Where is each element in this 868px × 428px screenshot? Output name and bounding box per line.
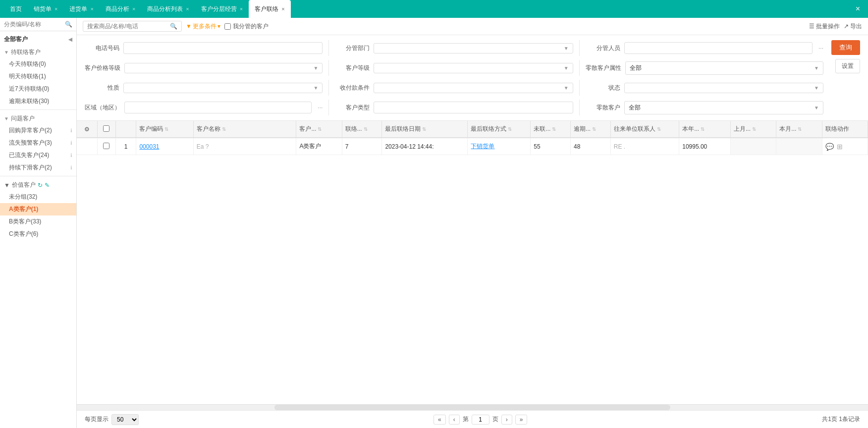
nav-customer-contact[interactable]: 客户联络 × xyxy=(249,0,290,18)
sort-no-contact-icon[interactable]: ⇅ xyxy=(552,126,556,132)
horizontal-scrollbar[interactable] xyxy=(77,404,868,410)
payment-select[interactable]: ▼ xyxy=(374,83,573,93)
sort-method-icon[interactable]: ⇅ xyxy=(508,126,512,132)
sort-last-month-icon[interactable]: ⇅ xyxy=(752,126,756,132)
sidebar-item-lost[interactable]: 已流失客户(24) ℹ xyxy=(0,149,76,161)
nav-sales[interactable]: 销货单 × xyxy=(28,0,63,18)
close-goods-analysis-tab[interactable]: × xyxy=(132,6,135,12)
close-sales-tab[interactable]: × xyxy=(54,6,57,12)
sort-overdue-icon[interactable]: ⇅ xyxy=(592,126,596,132)
sidebar-item-declining[interactable]: 持续下滑客户(2) ℹ xyxy=(0,161,76,174)
export-button[interactable]: ↗ 导出 xyxy=(844,22,862,31)
sort-unit-contact-icon[interactable]: ⇅ xyxy=(657,126,661,132)
th-code[interactable]: 客户编码 ⇅ xyxy=(136,121,193,138)
sort-type-icon[interactable]: ⇅ xyxy=(318,126,322,132)
row-checkbox[interactable] xyxy=(103,143,109,149)
th-last-month[interactable]: 上月... ⇅ xyxy=(731,121,776,138)
nature-select[interactable]: ▼ xyxy=(123,83,323,93)
sort-contact-icon[interactable]: ⇅ xyxy=(364,126,368,132)
th-contact[interactable]: 联络... ⇅ xyxy=(342,121,382,138)
my-customers-check[interactable] xyxy=(224,23,231,30)
close-all-tabs[interactable]: × xyxy=(856,4,864,13)
sidebar-item-class-b[interactable]: B类客户(33) xyxy=(0,215,76,228)
close-customer-segment-tab[interactable]: × xyxy=(240,6,243,12)
th-overdue[interactable]: 逾期... ⇅ xyxy=(571,121,611,138)
sidebar-item-unclassified[interactable]: 未分组(32) xyxy=(0,191,76,203)
th-this-month[interactable]: 本月... ⇅ xyxy=(776,121,822,138)
close-goods-analysis-list-tab[interactable]: × xyxy=(186,6,189,12)
filter-search-icon[interactable]: 🔍 xyxy=(170,23,177,30)
filter-search-input[interactable] xyxy=(87,23,168,30)
page-size-select[interactable]: 50 100 200 xyxy=(111,414,139,425)
customer-level-select[interactable]: ▼ xyxy=(374,63,573,73)
prev-page-btn[interactable]: ‹ xyxy=(449,415,460,425)
sidebar-search-icon[interactable]: 🔍 xyxy=(65,21,72,28)
price-level-select[interactable]: ▼ xyxy=(124,63,323,73)
filter-search-box: 🔍 xyxy=(83,21,182,32)
sidebar-group-problem[interactable]: ▼ 问题客户 xyxy=(0,112,76,124)
person-input[interactable] xyxy=(624,42,813,54)
status-select[interactable]: ▼ xyxy=(624,83,823,93)
close-purchase-tab[interactable]: × xyxy=(90,6,93,12)
row-code-link[interactable]: 000031 xyxy=(139,143,159,150)
sidebar-group-value[interactable]: ▼ 价值客户 ↻ ✎ xyxy=(0,178,76,191)
sidebar-collapse-icon[interactable]: ◀ xyxy=(68,37,72,42)
th-unit-contact[interactable]: 往来单位联系人 ⇅ xyxy=(610,121,679,138)
close-customer-contact-tab[interactable]: × xyxy=(281,6,284,12)
sort-name-icon[interactable]: ⇅ xyxy=(222,126,226,132)
region-dots[interactable]: ··· xyxy=(318,104,323,111)
edit-icon[interactable]: ✎ xyxy=(45,182,50,189)
sidebar-item-class-a[interactable]: A类客户(1) xyxy=(0,203,76,215)
sidebar-item-repurchase-abnormal[interactable]: 回购异常客户(2) ℹ xyxy=(0,124,76,137)
sidebar-item-7days[interactable]: 近7天待联络(0) xyxy=(0,83,76,95)
refresh-icon[interactable]: ↻ xyxy=(38,182,43,189)
region-input[interactable] xyxy=(124,102,312,113)
settings-button[interactable]: 设置 xyxy=(835,59,860,73)
select-all-checkbox[interactable] xyxy=(103,125,109,132)
phone-input[interactable] xyxy=(123,42,323,54)
sort-code-icon[interactable]: ⇅ xyxy=(164,126,168,132)
sort-this-year-icon[interactable]: ⇅ xyxy=(701,126,705,132)
scroll-track[interactable] xyxy=(274,405,670,410)
sort-this-month-icon[interactable]: ⇅ xyxy=(798,126,802,132)
retail-select[interactable]: 全部 ▼ xyxy=(624,101,823,114)
nav-goods-analysis[interactable]: 商品分析 × xyxy=(100,0,141,18)
query-button[interactable]: 查询 xyxy=(831,40,860,55)
next-page-btn[interactable]: › xyxy=(501,415,512,425)
retail-attr-select[interactable]: 全部 ▼ xyxy=(625,61,823,75)
th-last-date[interactable]: 最后联络日期 ⇅ xyxy=(382,121,468,138)
sidebar-item-tomorrow[interactable]: 明天待联络(1) xyxy=(0,70,76,83)
first-page-btn[interactable]: « xyxy=(434,415,446,425)
customer-type-input[interactable] xyxy=(374,102,573,113)
sort-date-icon[interactable]: ⇅ xyxy=(422,126,426,132)
sidebar-item-loss-warning[interactable]: 流失预警客户(3) ℹ xyxy=(0,137,76,149)
nav-goods-analysis-list[interactable]: 商品分析列表 × xyxy=(141,0,195,18)
customer-type-label: 客户类型 xyxy=(335,104,370,112)
sidebar-group-pending[interactable]: ▼ 待联络客户 xyxy=(0,46,76,58)
more-conditions-btn[interactable]: ▼ 更多条件 ▾ xyxy=(186,22,220,31)
th-name[interactable]: 客户名称 ⇅ xyxy=(193,121,296,138)
row-action-chat-icon[interactable]: 💬 xyxy=(825,143,834,151)
last-page-btn[interactable]: » xyxy=(515,415,528,425)
th-this-year[interactable]: 本年... ⇅ xyxy=(679,121,731,138)
sidebar-item-class-c[interactable]: C类客户(6) xyxy=(0,228,76,240)
person-dots[interactable]: ··· xyxy=(818,45,823,52)
nav-purchase[interactable]: 进货单 × xyxy=(63,0,99,18)
sidebar-all-customers-header[interactable]: 全部客户 ◀ xyxy=(0,31,76,46)
row-last-method-link[interactable]: 下销货单 xyxy=(471,143,494,150)
nav-customer-segment[interactable]: 客户分层经营 × xyxy=(195,0,249,18)
th-last-method[interactable]: 最后联络方式 ⇅ xyxy=(468,121,531,138)
row-code[interactable]: 000031 xyxy=(136,138,193,155)
th-no-contact[interactable]: 未联... ⇅ xyxy=(531,121,571,138)
dept-select[interactable]: ▼ xyxy=(374,43,573,54)
sidebar-item-overdue[interactable]: 逾期未联络(30) xyxy=(0,95,76,107)
page-number-input[interactable] xyxy=(472,415,489,425)
th-gear[interactable]: ⚙ xyxy=(77,121,98,138)
my-customers-checkbox[interactable]: 我分管的客户 xyxy=(224,22,269,31)
nav-home[interactable]: 首页 xyxy=(4,0,28,18)
row-action-link-icon[interactable]: ⊞ xyxy=(837,143,843,151)
th-type[interactable]: 客户... ⇅ xyxy=(296,121,342,138)
sidebar-item-today[interactable]: 今天待联络(0) xyxy=(0,58,76,70)
batch-op-button[interactable]: ☰ 批量操作 xyxy=(809,22,840,31)
sidebar-search-input[interactable] xyxy=(4,21,63,28)
